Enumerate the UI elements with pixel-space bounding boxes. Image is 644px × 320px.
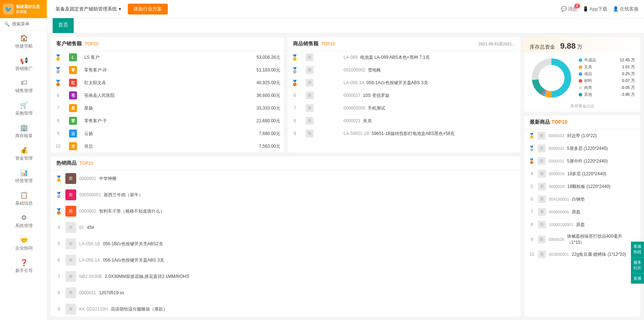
donut-section: 半成品 12.45 万 文具 1.01 万 成品 0.25 万 材料 0.07 … [524,53,640,103]
sidebar-item-operation[interactable]: 📊 经营管理 [0,165,47,188]
table-row: 7 星 星扬 33,333.00元 [51,102,284,115]
sidebar-item-sales[interactable]: 🏷 销售管理 [0,75,47,98]
right-panel: 库存总资金 9.88 万 [524,37,640,316]
sidebar-item-guide[interactable]: ❓ 新手引导 [0,255,47,278]
tab-home[interactable]: 首页 [53,18,74,33]
product-date-label: 2021-09-01至2021... [478,41,515,47]
sidebar-nav: 🏠 快捷导航 📢 营销推广 🏷 销售管理 🛒 采购管理 🏢 库存核算 💰 资金管… [0,30,47,320]
float-btn-live[interactable]: 直播 [631,274,644,284]
sidebar-item-quick-nav[interactable]: 🏠 快捷导航 [0,30,47,53]
legend-item: 材料 0.07 万 [579,78,635,83]
customer-top10-label: TOP10 [85,41,98,46]
list-item: 8 图 10000100001 原盔 [524,218,640,231]
stock-unit: 万 [577,44,582,50]
sidebar-item-marketing[interactable]: 📢 营销推广 [0,53,47,75]
list-item: 7 图 NB2.0X30B 2.0X30MM双搓花轴,搓花直径2.1MM/ROH… [51,268,521,285]
table-row: 9 图 LA-59651-1B 59651-1B旋转投影灯电池盒ABS黑色+58… [288,127,521,140]
float-btn-community[interactable]: 服务社区 [631,258,644,274]
app-download[interactable]: 📱 App下载 [583,6,607,12]
page-nav: 首页 [47,18,644,33]
sidebar-item-label: 营销推广 [15,66,33,72]
left-mid-panel: 客户销售额 TOP10 🥇 L LS 客户 53,006.26元 🥈 零 零售客… [51,37,521,316]
hot-products-card: 热销商品 TOP10 🥇 图 0000001 中华神雕 🥈 图 00050000… [51,156,521,316]
message-badge[interactable]: 💬 消息 6 [561,6,577,12]
app-download-label: App下载 [590,6,607,12]
sidebar-item-label: 采购管理 [15,110,33,116]
trial-button[interactable]: 体验行业方案 [128,4,168,15]
sidebar-item-basic[interactable]: 📋 基础信息 [0,188,47,210]
online-service[interactable]: 👤 在线客服 [613,6,639,12]
customer-ranking-title: 客户销售额 [56,41,82,47]
table-row: 🥉 图 LA-056-1A 056-1A白色按键开关盖ABS 3克 [288,77,521,89]
top-header: 装备及固定资产辅助管理系统 ▾ 体验行业方案 💬 消息 6 📱 App下载 👤 … [47,0,644,18]
product-ranking-title: 商品销售额 [293,41,318,47]
sidebar-item-finance[interactable]: 💰 资金管理 [0,143,47,165]
search-menu[interactable]: 🔍 搜索菜单 [0,18,47,30]
finance-icon: 💰 [20,146,28,154]
stock-amount: 9.88 [560,41,576,50]
list-item: 6 图 004100001 白钢垫 [524,193,640,206]
list-item: 🥈 图 000500001 新西兰牛肉（新牛） [51,187,521,203]
sidebar: 🐦 畅捷通好生意 标准版 🔍 搜索菜单 🏠 快捷导航 📢 营销推广 🏷 销售管理… [0,0,47,320]
legend-item: 半成品 12.45 万 [579,57,635,63]
list-item: 8 图 0000011 12070519-xs [51,285,521,301]
message-icon: 💬 [561,6,567,12]
chevron-down-icon: ▾ [119,6,121,12]
table-row: 🥈 零 零售客户·许 51,183.00元 [51,64,284,77]
float-btn-service[interactable]: 客服热线 [631,242,644,258]
sidebar-item-system[interactable]: ⚙ 系统管理 [0,210,47,233]
table-row: 6 苍 苍南县人民医院 36,600.00元 [51,89,284,102]
system-icon: ⚙ [21,214,27,222]
logo-text: 畅捷通好生意 标准版 [16,4,40,14]
list-item: 4 图 01 45# [51,220,521,236]
search-icon: 🔍 [4,22,10,27]
list-item: 🥉 图 0000002 智利车子里（规格不知道填什么） [51,203,521,220]
corporate-icon: 🤝 [20,236,28,244]
sidebar-item-label: 经营管理 [15,178,33,184]
table-row: 🥇 图 LA-089 电池盖 LA-089 ABS本色+黑种 7.1克 [288,51,521,64]
guide-icon: ❓ [20,259,28,267]
mobile-icon: 📱 [583,6,588,12]
legend-item: 其他 -3.86 万 [579,92,635,97]
list-item: 4 图 0000030 18多层 (1220*2440) [524,168,640,180]
legend-item: 成品 0.25 万 [579,71,635,77]
app-logo: 🐦 畅捷通好生意 标准版 [0,0,47,18]
new-products-top10: TOP10 [551,119,567,125]
list-item: 🥈 图 0000032 5厘多层 (1220*2440) [524,142,640,155]
system-selector[interactable]: 装备及固定资产辅助管理系统 ▾ [53,4,124,14]
online-service-label: 在线客服 [620,6,639,12]
hot-products-header: 热销商品 TOP10 [51,156,521,171]
sales-icon: 🏷 [21,79,27,87]
table-row: 9 云 云扬 7,680.00元 [51,127,284,140]
table-row: 8 图 0000021 夹克 [288,115,521,127]
product-top10-label: TOP10 [321,41,335,46]
list-item: 7 图 000800008 原盔 [524,206,640,218]
main-content: 装备及固定资产辅助管理系统 ▾ 体验行业方案 💬 消息 6 📱 App下载 👤 … [47,0,644,320]
message-count: 6 [574,4,580,8]
operation-icon: 📊 [20,169,28,177]
sidebar-item-purchase[interactable]: 🛒 采购管理 [0,98,47,120]
sidebar-item-label: 快捷导航 [15,43,33,49]
float-buttons: 客服热线 服务社区 直播 [631,242,644,284]
hot-products-list: 🥇 图 0000001 中华神雕 🥈 图 000500001 新西兰牛肉（新牛）… [51,171,521,316]
sidebar-item-inventory[interactable]: 🏢 库存核算 [0,120,47,143]
table-row: 🥇 L LS 客户 53,006.26元 [51,51,284,64]
header-right: 💬 消息 6 📱 App下载 👤 在线客服 [561,6,639,12]
search-menu-label: 搜索菜单 [12,21,29,27]
stock-header: 库存总资金 9.88 万 [524,37,640,53]
list-item: 6 图 LA-056-1A 056-1A白色按键开关盖ABS 3克 [51,252,521,268]
customer-ranking-card: 客户销售额 TOP10 🥇 L LS 客户 53,006.26元 🥈 零 零售客… [51,37,284,153]
sidebar-item-label: 新手引导 [15,268,33,274]
list-item: 🥇 图 0000033 封边带 (1.0*22) [524,130,640,142]
product-ranking-header: 商品销售额 TOP10 2021-09-01至2021... [288,37,521,51]
list-item: 🥉 图 0000031 5厘中纤 (1220*2440) [524,155,640,168]
basic-icon: 📋 [20,191,28,199]
sidebar-item-corporate[interactable]: 🤝 企业协同 [0,233,47,255]
logo-icon: 🐦 [3,4,14,15]
stock-title: 库存总资金 [530,44,555,50]
table-row: 7 图 000800005 手机测试 [288,102,521,115]
table-row: 6 图 0000017 10S 变扭罗旋 [288,89,521,102]
stock-legend: 半成品 12.45 万 文具 1.01 万 成品 0.25 万 材料 0.07 … [579,57,635,99]
legend-item: 文具 1.01 万 [579,64,635,70]
product-ranking-card: 商品销售额 TOP10 2021-09-01至2021... 🥇 图 LA-08… [288,37,521,153]
